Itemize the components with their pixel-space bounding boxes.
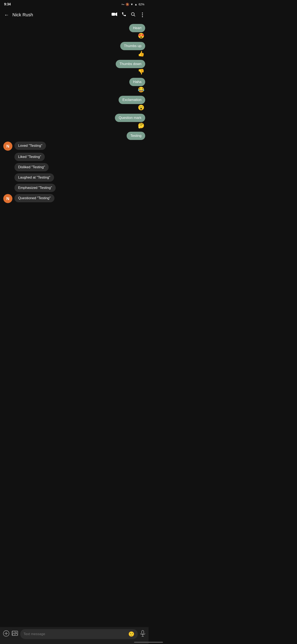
bubble-loved[interactable]: Loved "Testing" — [14, 142, 46, 150]
svg-marker-1 — [115, 12, 117, 16]
avatar-nick-questioned: N — [3, 194, 12, 203]
sent-message-thumbsup: Thumbs up 👍 — [3, 42, 145, 58]
sent-message-testing: Testing — [3, 132, 145, 140]
received-message-laughed: Laughed at "Testing" — [3, 174, 145, 182]
app-bar: ← Nick Rush ⋮ — [0, 8, 148, 22]
bubble-laughed[interactable]: Laughed at "Testing" — [14, 174, 54, 182]
video-call-button[interactable] — [112, 12, 117, 18]
received-message-emphasized: Emphasized "Testing" — [3, 184, 145, 192]
sent-message-questionmark: Question mark 🤔 — [3, 114, 145, 130]
emoji-thumbsdown: 👎 — [138, 68, 144, 75]
emoji-exclamation: 😮 — [138, 104, 144, 111]
avatar-nick-loved: N — [3, 142, 12, 151]
phone-call-button[interactable] — [121, 12, 126, 18]
bubble-emphasized[interactable]: Emphasized "Testing" — [14, 184, 56, 192]
bubble-questioned[interactable]: Questioned "Testing" — [14, 194, 54, 202]
search-button[interactable] — [131, 12, 135, 18]
bubble-questionmark[interactable]: Question mark — [115, 114, 145, 122]
battery-label: 62% — [139, 3, 144, 6]
bubble-disliked[interactable]: Disliked "Testing" — [14, 163, 49, 171]
key-icon: 🗝 — [121, 3, 124, 6]
sent-message-haha: Haha 😂 — [3, 78, 145, 94]
bubble-testing[interactable]: Testing — [127, 132, 145, 140]
received-message-disliked: Disliked "Testing" — [3, 163, 145, 171]
sent-message-heart: Heart 😍 — [3, 24, 145, 41]
bubble-thumbsup[interactable]: Thumbs up — [120, 42, 145, 50]
signal-icon: ▲ — [134, 3, 137, 6]
received-message-liked: Liked "Testing" — [3, 153, 145, 161]
more-options-button[interactable]: ⋮ — [140, 12, 145, 18]
emoji-haha: 😂 — [138, 86, 144, 93]
emoji-thumbsup: 👍 — [138, 50, 144, 57]
bubble-liked[interactable]: Liked "Testing" — [14, 153, 45, 161]
received-message-questioned: N Questioned "Testing" — [3, 194, 145, 203]
status-bar: 9:34 🗝 🔕 ▼ ▲ 62% — [0, 0, 148, 8]
bubble-heart[interactable]: Heart — [129, 24, 145, 32]
wifi-icon: ▼ — [130, 3, 133, 6]
received-message-loved: N Loved "Testing" — [3, 142, 145, 151]
svg-point-2 — [131, 12, 134, 16]
bubble-haha[interactable]: Haha — [129, 78, 145, 86]
svg-rect-0 — [112, 13, 115, 16]
emoji-questionmark: 🤔 — [138, 122, 144, 129]
bubble-exclamation[interactable]: Exclamation — [119, 96, 145, 104]
messages-area: Heart 😍 Thumbs up 👍 Thumbs down 👎 Haha 😂… — [0, 22, 148, 228]
mute-icon: 🔕 — [126, 3, 129, 6]
app-bar-actions: ⋮ — [112, 12, 145, 18]
status-time: 9:34 — [4, 2, 11, 6]
sent-message-thumbsdown: Thumbs down 👎 — [3, 60, 145, 76]
emoji-heart: 😍 — [138, 32, 144, 39]
svg-line-3 — [134, 15, 135, 16]
contact-name: Nick Rush — [12, 12, 109, 18]
bubble-thumbsdown[interactable]: Thumbs down — [116, 60, 145, 68]
sent-message-exclamation: Exclamation 😮 — [3, 96, 145, 112]
status-icons: 🗝 🔕 ▼ ▲ 62% — [121, 3, 144, 6]
back-button[interactable]: ← — [3, 11, 10, 18]
